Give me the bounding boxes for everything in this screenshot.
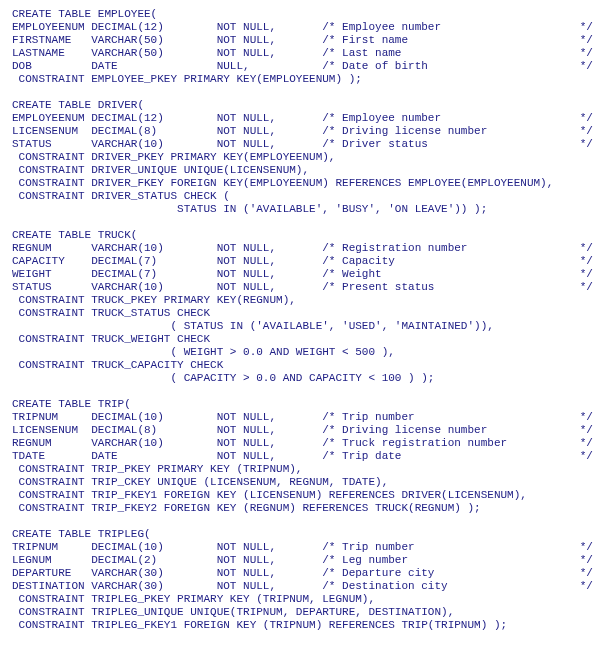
sql-ddl-document: CREATE TABLE EMPLOYEE( EMPLOYEENUM DECIM… <box>0 0 602 640</box>
